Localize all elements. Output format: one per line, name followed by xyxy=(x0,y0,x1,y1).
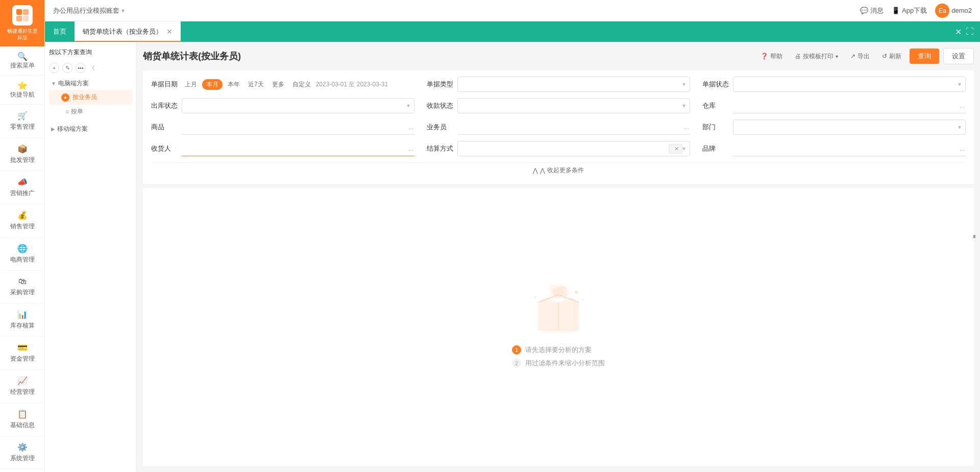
basic-icon: 📋 xyxy=(17,409,28,419)
settings-btn[interactable]: 设置 xyxy=(943,48,974,64)
doc-status-select[interactable]: ▾ xyxy=(733,77,966,92)
date-tab-more[interactable]: 更多 xyxy=(269,79,287,90)
date-tabs: 上月 本月 本年 近7天 更多 自定义 xyxy=(182,79,314,90)
filter-area: 单据日期 上月 本月 本年 近7天 更多 自定义 2023-03-01 至 20… xyxy=(143,70,974,184)
ecommerce-icon: 🌐 xyxy=(17,244,28,253)
date-tab-custom[interactable]: 自定义 xyxy=(289,79,314,90)
account-dropdown[interactable]: 办公用品行业模拟账套 ▾ xyxy=(53,6,125,15)
date-tab-last-month[interactable]: 上月 xyxy=(182,79,200,90)
goods-dots[interactable]: ... xyxy=(408,124,413,131)
sidebar-search[interactable]: 🔍 搜索菜单 xyxy=(0,46,44,76)
sidebar-item-system[interactable]: ⚙️ 系统管理 xyxy=(0,436,44,469)
top-header: 办公用品行业模拟账套 ▾ 💬 消息 📱 App下载 Ea demo2 xyxy=(45,0,980,21)
receipt-status-arrow-icon: ▾ xyxy=(682,102,685,109)
help-btn[interactable]: ❓ 帮助 xyxy=(756,50,787,63)
finance-label: 资金管理 xyxy=(10,355,35,363)
tab-maximize-btn[interactable]: ⛶ xyxy=(966,27,974,36)
date-tab-this-month[interactable]: 本月 xyxy=(202,79,223,90)
date-tab-this-year[interactable]: 本年 xyxy=(225,79,243,90)
sidebar-item-retail[interactable]: 🛒 零售管理 ▼ xyxy=(0,105,44,138)
doc-type-select[interactable]: ▾ xyxy=(457,77,690,92)
export-label: 导出 xyxy=(857,52,870,61)
step-1-label: 请先选择要分析的方案 xyxy=(525,345,592,355)
scheme-group-desktop-header[interactable]: ▼ 电脑端方案 xyxy=(49,77,132,90)
more-scheme-btn[interactable]: ••• xyxy=(76,63,86,73)
sidebar-item-enterprise[interactable]: 🏢 企业协同 xyxy=(0,469,44,472)
print-btn[interactable]: 🖨 按模板打印 ▾ xyxy=(791,50,842,63)
query-btn[interactable]: 查询 xyxy=(910,49,939,64)
tab-home-label: 首页 xyxy=(53,27,66,36)
message-btn[interactable]: 💬 消息 xyxy=(860,6,884,15)
page-content: 按以下方案查询 + ✎ ••• 《 ▼ 电脑端方案 ● 按业务员 ≡ xyxy=(45,42,980,472)
filter-brand: 品牌 ... xyxy=(702,141,966,156)
app-download-icon: 📱 xyxy=(892,7,900,14)
empty-step-1: 1 请先选择要分析的方案 xyxy=(512,345,605,355)
collapse-bar[interactable]: ⋀ ⋀ 收起更多条件 xyxy=(151,162,966,178)
tab-close-window-btn[interactable]: ✕ xyxy=(955,27,962,37)
receiver-dots[interactable]: ... xyxy=(408,145,413,152)
tab-sales-stat[interactable]: 销货单统计表（按业务员） ✕ xyxy=(75,21,181,42)
date-tab-last7[interactable]: 近7天 xyxy=(245,79,267,90)
step-1-num: 1 xyxy=(512,345,521,355)
header-left: 办公用品行业模拟账套 ▾ xyxy=(53,6,125,15)
logo-area[interactable]: 畅捷通好生意 标版 xyxy=(0,0,44,46)
step-2-num: 2 xyxy=(512,359,521,368)
help-icon: ❓ xyxy=(761,53,768,60)
brand-dots[interactable]: ... xyxy=(960,145,965,152)
out-status-select[interactable]: ▾ xyxy=(182,98,414,113)
sidebar-item-ecommerce[interactable]: 🌐 电商管理 xyxy=(0,238,44,271)
dept-select[interactable]: ▾ xyxy=(733,120,966,135)
empty-step-2: 2 用过滤条件来缩小分析范围 xyxy=(512,359,605,368)
out-status-label: 出库状态 xyxy=(151,101,178,110)
scheme-item-by-salesperson[interactable]: ● 按业务员 xyxy=(49,90,132,105)
collapse-label: 收起更多条件 xyxy=(547,166,584,175)
filter-row-1: 单据日期 上月 本月 本年 近7天 更多 自定义 2023-03-01 至 20… xyxy=(151,77,966,92)
sidebar-item-basic[interactable]: 📋 基础信息 xyxy=(0,403,44,436)
filter-date: 单据日期 上月 本月 本年 近7天 更多 自定义 2023-03-01 至 20… xyxy=(151,79,414,90)
user-profile[interactable]: Ea demo2 xyxy=(935,4,972,18)
salesperson-dots[interactable]: ... xyxy=(684,124,689,131)
quick-nav-label: 快捷导航 xyxy=(4,90,40,99)
marketing-label: 营销推广 xyxy=(10,189,35,198)
refresh-label: 刷新 xyxy=(889,52,901,61)
print-icon: 🖨 xyxy=(795,53,801,60)
scheme-item-salesperson-label: 按业务员 xyxy=(72,93,97,102)
sidebar-quick-nav[interactable]: ⭐ 快捷导航 xyxy=(0,76,44,105)
page-toolbar: ❓ 帮助 🖨 按模板打印 ▾ ↗ 导出 ↺ 刷新 xyxy=(756,48,974,64)
sidebar-item-inventory[interactable]: 📊 库存核算 xyxy=(0,303,44,337)
empty-state: 1 请先选择要分析的方案 2 用过滤条件来缩小分析范围 xyxy=(143,188,974,466)
receipt-status-select[interactable]: ▾ xyxy=(457,98,690,113)
operations-icon: 📈 xyxy=(17,376,28,386)
sidebar-item-finance[interactable]: 💳 资金管理 xyxy=(0,337,44,370)
settlement-tag-close[interactable]: ✕ xyxy=(674,146,679,152)
finance-icon: 💳 xyxy=(17,343,28,352)
collapse-scheme-btn[interactable]: 《 xyxy=(89,64,95,73)
sidebar-item-marketing[interactable]: 📣 营销推广 xyxy=(0,171,44,204)
sidebar-item-wholesale[interactable]: 📦 批发管理 ▲ xyxy=(0,138,44,171)
export-icon: ↗ xyxy=(850,53,855,60)
purchase-icon: 🛍 xyxy=(18,277,27,286)
refresh-icon: ↺ xyxy=(882,53,887,60)
app-download-btn[interactable]: 📱 App下载 xyxy=(892,6,927,15)
svg-rect-3 xyxy=(23,16,29,21)
sidebar-item-purchase[interactable]: 🛍 采购管理 xyxy=(0,271,44,303)
ecommerce-label: 电商管理 xyxy=(10,255,35,264)
export-btn[interactable]: ↗ 导出 xyxy=(846,50,874,63)
sidebar-item-sales[interactable]: 💰 销售管理 xyxy=(0,204,44,238)
edit-scheme-btn[interactable]: ✎ xyxy=(62,63,72,73)
scheme-sub-item-by-order[interactable]: ≡ 按单 xyxy=(49,105,132,119)
tab-home[interactable]: 首页 xyxy=(45,21,75,42)
refresh-btn[interactable]: ↺ 刷新 xyxy=(878,50,905,63)
tab-close-btn[interactable]: ✕ xyxy=(166,28,173,36)
filter-receiver: 收货人 ... xyxy=(151,141,414,156)
retail-label: 零售管理 xyxy=(10,123,35,131)
scheme-group-mobile-header[interactable]: ▶ 移动端方案 xyxy=(49,123,132,135)
warehouse-dots[interactable]: ... xyxy=(960,102,965,109)
settlement-select[interactable]: ✕ ▾ xyxy=(457,141,690,156)
filter-dept: 部门 ▾ xyxy=(702,120,966,135)
operations-label: 经营管理 xyxy=(10,388,35,396)
message-label: 消息 xyxy=(870,6,884,15)
add-scheme-btn[interactable]: + xyxy=(49,63,59,73)
sidebar-item-operations[interactable]: 📈 经营管理 xyxy=(0,370,44,403)
date-label: 单据日期 xyxy=(151,80,178,89)
